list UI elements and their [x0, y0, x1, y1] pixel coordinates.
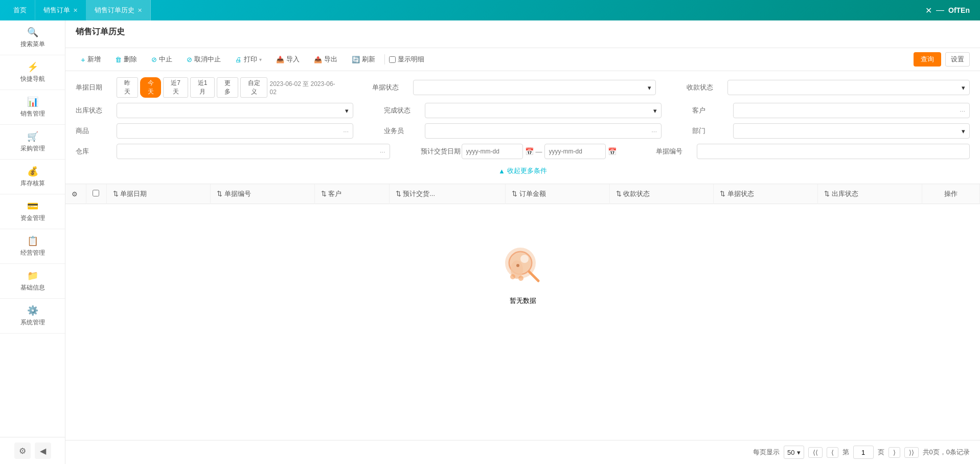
sidebar-item-operations-mgmt[interactable]: 📋 经营管理	[0, 229, 65, 264]
complete-status-select[interactable]: ▾	[425, 103, 662, 118]
filter-area: 单据日期 昨天 今天 近7天 近1月 更多 自定义 2023-06-02 至 2…	[65, 71, 980, 184]
sidebar-item-sales-mgmt[interactable]: 📊 销售管理	[0, 90, 65, 125]
search-menu-icon: 🔍	[27, 27, 38, 38]
settings-label: 设置	[951, 55, 964, 64]
filter-row-3: 商品 ··· 业务员 ··· 部门 ▾	[76, 123, 970, 139]
warehouse-select[interactable]: ···	[117, 144, 390, 159]
page-suffix: 页	[878, 448, 884, 457]
sidebar-item-operations-mgmt-label: 经营管理	[20, 249, 45, 257]
th-date[interactable]: ⇅ 单据日期	[106, 184, 211, 204]
import-button[interactable]: 📥 导入	[271, 53, 305, 66]
sidebar-item-system-mgmt[interactable]: ⚙️ 系统管理	[0, 299, 65, 334]
tab-home-label: 首页	[13, 6, 27, 15]
settings-button[interactable]: 设置	[945, 52, 970, 67]
department-select[interactable]: ▾	[733, 123, 970, 139]
customer-dots[interactable]: ···	[960, 107, 965, 115]
date-btn-yesterday[interactable]: 昨天	[117, 77, 138, 98]
sidebar-item-capital-mgmt[interactable]: 💳 资金管理	[0, 194, 65, 229]
sidebar-item-purchase-mgmt[interactable]: 🛒 采购管理	[0, 125, 65, 160]
last-page-btn[interactable]: ⟩⟩	[904, 447, 919, 458]
delivery-date-end[interactable]	[544, 144, 606, 159]
th-delivery-date[interactable]: ⇅ 预计交货...	[389, 184, 506, 204]
stop-button[interactable]: ⊘ 中止	[146, 53, 177, 66]
calendar-start-icon[interactable]: 📅	[525, 147, 534, 156]
order-num-input[interactable]	[697, 144, 970, 159]
collapse-filter-btn[interactable]: ▲ 收起更多条件	[76, 164, 970, 178]
th-order-status[interactable]: ⇅ 单据状态	[714, 184, 818, 204]
th-amount[interactable]: ⇅ 订单金额	[506, 184, 610, 204]
sidebar-item-search-menu[interactable]: 🔍 搜索菜单	[0, 20, 65, 55]
tab-sales-order-history-close[interactable]: ✕	[138, 7, 142, 14]
date-btn-1month[interactable]: 近1月	[190, 77, 215, 98]
sidebar-settings-btn[interactable]: ⚙	[14, 443, 31, 459]
print-button[interactable]: 🖨 打印 ▾	[230, 53, 267, 66]
date-range-text: 2023-06-02 至 2023-06-02	[269, 80, 341, 96]
tab-sales-order[interactable]: 销售订单 ✕	[35, 0, 86, 20]
query-button[interactable]: 查询	[914, 52, 941, 67]
cancel-stop-label: 取消中止	[194, 55, 221, 64]
select-all-checkbox[interactable]	[93, 190, 99, 196]
print-dropdown-icon[interactable]: ▾	[259, 57, 262, 62]
import-label: 导入	[286, 55, 300, 64]
empty-text: 暂无数据	[510, 296, 536, 305]
th-customer[interactable]: ⇅ 客户	[314, 184, 389, 204]
th-out-storage-status[interactable]: ⇅ 出库状态	[818, 184, 922, 204]
new-button[interactable]: + 新增	[76, 53, 106, 66]
inventory-icon: 💰	[27, 166, 38, 177]
tab-home[interactable]: 首页	[5, 0, 35, 20]
sidebar-item-basic-info[interactable]: 📁 基础信息	[0, 264, 65, 299]
calendar-end-icon[interactable]: 📅	[608, 147, 617, 156]
first-page-btn[interactable]: ⟨⟨	[808, 447, 823, 458]
sidebar-item-inventory[interactable]: 💰 库存核算	[0, 160, 65, 194]
sidebar-item-inventory-label: 库存核算	[20, 179, 45, 188]
salesperson-dots[interactable]: ···	[651, 127, 657, 135]
product-select[interactable]: ···	[117, 123, 353, 139]
table-container: ⚙ ⇅ 单据日期 ⇅ 单据编号 ⇅ 客户	[65, 184, 980, 440]
sidebar-item-quick-nav[interactable]: ⚡ 快捷导航	[0, 55, 65, 90]
minimize-icon[interactable]: —	[936, 6, 944, 15]
customer-select[interactable]: ···	[733, 103, 970, 118]
sidebar-item-quick-nav-label: 快捷导航	[20, 75, 45, 83]
stop-label: 中止	[159, 55, 172, 64]
product-dots[interactable]: ···	[343, 127, 349, 135]
page-number-input[interactable]	[853, 446, 874, 459]
salesperson-label: 业务员	[384, 126, 425, 136]
tab-sales-order-close[interactable]: ✕	[73, 7, 78, 14]
toolbar-right: 查询 设置	[914, 52, 970, 67]
show-details-checkbox[interactable]	[389, 56, 396, 63]
customer-label: 客户	[692, 106, 733, 115]
th-settings[interactable]: ⚙	[65, 184, 86, 204]
th-order-num[interactable]: ⇅ 单据编号	[211, 184, 315, 204]
warehouse-dots[interactable]: ···	[380, 148, 385, 156]
delete-button[interactable]: 🗑 删除	[110, 53, 142, 66]
sidebar-collapse-btn[interactable]: ◀	[35, 443, 51, 459]
product-label: 商品	[76, 126, 117, 136]
per-page-select[interactable]: 50 ▾	[784, 446, 804, 459]
cancel-stop-button[interactable]: ⊘ 取消中止	[181, 53, 226, 66]
tab-sales-order-history[interactable]: 销售订单历史 ✕	[86, 0, 151, 20]
delivery-date-start[interactable]	[462, 144, 523, 159]
print-label: 打印	[244, 55, 257, 64]
close-window-icon[interactable]: ✕	[925, 6, 932, 15]
export-button[interactable]: 📤 导出	[309, 53, 343, 66]
svg-line-3	[529, 272, 538, 281]
complete-status-label: 完成状态	[384, 106, 425, 115]
date-btn-today[interactable]: 今天	[140, 77, 162, 98]
receipt-status-select[interactable]: ▾	[727, 80, 970, 95]
show-details-label[interactable]: 显示明细	[389, 55, 424, 64]
per-page-label: 每页显示	[753, 448, 780, 457]
out-storage-select[interactable]: ▾	[117, 103, 353, 118]
order-status-select[interactable]: ▾	[413, 80, 656, 95]
date-btn-7days[interactable]: 近7天	[163, 77, 188, 98]
delete-label: 删除	[124, 55, 137, 64]
collapse-text: 收起更多条件	[507, 166, 547, 175]
prev-page-btn[interactable]: ⟨	[827, 447, 838, 458]
next-page-btn[interactable]: ⟩	[888, 447, 900, 458]
date-btn-more[interactable]: 更多	[217, 77, 238, 98]
date-btn-custom[interactable]: 自定义	[240, 77, 268, 98]
settings-icon-th[interactable]: ⚙	[72, 190, 78, 198]
th-receipt-status[interactable]: ⇅ 收款状态	[609, 184, 714, 204]
salesperson-select[interactable]: ···	[425, 123, 662, 139]
refresh-button[interactable]: 🔄 刷新	[347, 53, 380, 66]
svg-point-6	[510, 274, 515, 279]
